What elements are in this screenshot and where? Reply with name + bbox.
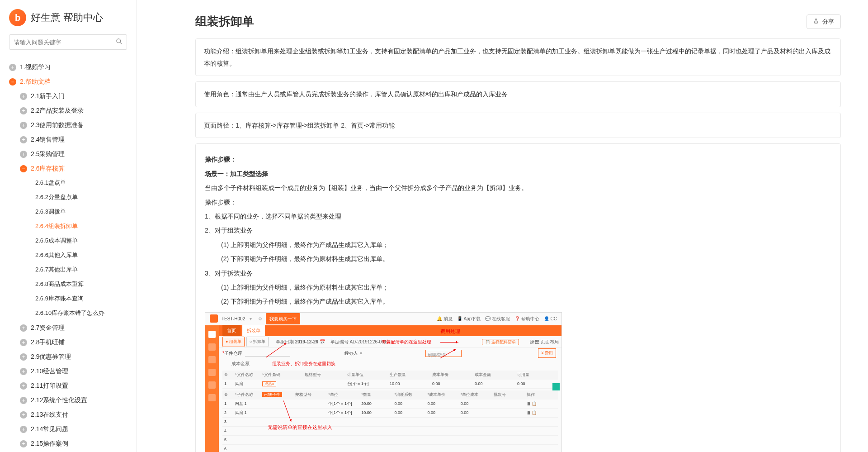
content-text: (2) 下部明细为子件明细，最终作为原材料生成其它出库单。 bbox=[205, 252, 831, 266]
search-icon[interactable] bbox=[116, 38, 123, 46]
content-block: 操作步骤： 场景一：加工类型选择 当由多个子件材料组装成一个成品的业务为【组装】… bbox=[195, 143, 841, 452]
plus-icon: + bbox=[20, 122, 27, 129]
plus-icon: + bbox=[20, 107, 27, 114]
ss-annotation: 组装业务、拆卸业务在这里切换 bbox=[272, 359, 335, 368]
content-text: 1、根据不同的业务，选择不同单据的类型来处理 bbox=[205, 210, 831, 223]
nav-2-6-2[interactable]: 2.6.2分量盘点单 bbox=[9, 190, 127, 205]
nav-2-3[interactable]: +2.3使用前数据准备 bbox=[9, 118, 127, 132]
plus-icon: + bbox=[20, 368, 27, 375]
plus-icon: + bbox=[20, 136, 27, 143]
nav-2-5[interactable]: +2.5采购管理 bbox=[9, 147, 127, 161]
ss-tab-doc: 拆装单 bbox=[242, 325, 265, 336]
minus-icon: − bbox=[20, 165, 27, 172]
scene-heading: 场景一：加工类型选择 bbox=[205, 170, 268, 177]
ss-test-label: TEST-H002 bbox=[222, 314, 245, 324]
nav-2-8[interactable]: +2.8手机旺铺 bbox=[9, 335, 127, 349]
nav-2-9[interactable]: +2.9优惠券管理 bbox=[9, 349, 127, 364]
svg-point-0 bbox=[117, 39, 121, 43]
svg-line-1 bbox=[120, 42, 122, 44]
share-button[interactable]: 分享 bbox=[807, 14, 841, 29]
sidebar: b 好生意 帮助中心 +1.视频学习 −2.帮助文档 +2.1新手入门 +2.2… bbox=[0, 0, 137, 452]
nav-2-6-7[interactable]: 2.6.7其他出库单 bbox=[9, 262, 127, 277]
nav-2-6-1[interactable]: 2.6.1盘点单 bbox=[9, 176, 127, 190]
content-text: (1) 上部明细为父件明细，最终作为产成品生成其它入库单； bbox=[205, 238, 831, 252]
search-input[interactable] bbox=[9, 34, 127, 50]
page-title: 组装拆卸单 bbox=[195, 14, 254, 29]
nav-2-15[interactable]: +2.15操作案例 bbox=[9, 436, 127, 451]
ss-side-icon bbox=[208, 343, 216, 351]
nav-2-14[interactable]: +2.14常见问题 bbox=[9, 422, 127, 436]
search-box bbox=[9, 34, 127, 50]
plus-icon: + bbox=[20, 353, 27, 361]
plus-icon: + bbox=[20, 440, 27, 447]
nav-list: +1.视频学习 −2.帮助文档 +2.1新手入门 +2.2产品安装及登录 +2.… bbox=[9, 60, 127, 451]
nav-2-11[interactable]: +2.11打印设置 bbox=[9, 378, 127, 393]
site-title: 好生意 帮助中心 bbox=[31, 11, 103, 24]
path-panel: 页面路径：1、库存核算->库存管理->组装拆卸单 2、首页->常用功能 bbox=[195, 113, 841, 138]
nav-2-10[interactable]: +2.10经营管理 bbox=[9, 364, 127, 378]
role-panel: 使用角色：通常由生产人员或库管人员完成拆装业务的操作，库管人员确认原材料的出库和… bbox=[195, 81, 841, 107]
ss-side-icon bbox=[208, 356, 216, 363]
content-text: 3、对于拆装业务 bbox=[205, 267, 831, 280]
intro-panel: 功能介绍：组装拆卸单用来处理企业组装或拆卸等加工业务，支持有固定装配清单的产品加… bbox=[195, 38, 841, 76]
main-content: 组装拆卸单 分享 功能介绍：组装拆卸单用来处理企业组装或拆卸等加工业务，支持有固… bbox=[137, 0, 868, 452]
ss-home-icon bbox=[208, 331, 216, 338]
nav-2-6-3[interactable]: 2.6.3调拨单 bbox=[9, 205, 127, 219]
minus-icon: − bbox=[9, 78, 16, 86]
nav-2-6-5[interactable]: 2.6.5成本调整单 bbox=[9, 233, 127, 248]
ss-annotation: 费用处理 bbox=[440, 326, 460, 337]
nav-2-13[interactable]: +2.13在线支付 bbox=[9, 407, 127, 422]
nav-2-1[interactable]: +2.1新手入门 bbox=[9, 89, 127, 103]
nav-2-6-9[interactable]: 2.6.9库存账本查询 bbox=[9, 291, 127, 306]
nav-2-6-8[interactable]: 2.6.8商品成本重算 bbox=[9, 277, 127, 291]
ss-side-icon bbox=[208, 369, 216, 376]
content-text: 当由多个子件材料组装成一个成品的业务为【组装】业务，当由一个父件拆分成多个子产品… bbox=[205, 181, 831, 195]
nav-2-6-6[interactable]: 2.6.6其他入库单 bbox=[9, 248, 127, 262]
plus-icon: + bbox=[20, 93, 27, 100]
plus-icon: + bbox=[20, 324, 27, 332]
nav-2-6-4[interactable]: 2.6.4组装拆卸单 bbox=[9, 219, 127, 233]
nav-2-4[interactable]: +2.4销售管理 bbox=[9, 132, 127, 147]
ss-side-icon bbox=[208, 394, 216, 401]
content-text: 2、对于组装业务 bbox=[205, 224, 831, 237]
content-text: (1) 上部明细为父件明细，最终作为原材料生成其它出库单； bbox=[205, 281, 831, 294]
nav-2-6-10[interactable]: 2.6.10库存账本错了怎么办 bbox=[9, 306, 127, 320]
nav-docs[interactable]: −2.帮助文档 bbox=[9, 74, 127, 89]
embedded-screenshot: TEST-H002 ▾ ⚙ 我要购买一下 🔔 消息 📱 App下载 💬 在线客服… bbox=[205, 312, 562, 452]
ss-logo-icon bbox=[210, 314, 218, 323]
plus-icon: + bbox=[20, 397, 27, 404]
plus-icon: + bbox=[20, 151, 27, 158]
nav-video[interactable]: +1.视频学习 bbox=[9, 60, 127, 74]
logo-icon: b bbox=[9, 9, 26, 26]
nav-2-7[interactable]: +2.7资金管理 bbox=[9, 320, 127, 335]
nav-2-2[interactable]: +2.2产品安装及登录 bbox=[9, 103, 127, 118]
content-text: (2) 下部明细为子件明细，最终作为产成品生成其它入库单。 bbox=[205, 295, 831, 308]
plus-icon: + bbox=[20, 426, 27, 433]
ss-expand-icon bbox=[552, 383, 560, 390]
ss-annotation: 无需说清单的直接在这里录入 bbox=[268, 422, 332, 433]
logo-row: b 好生意 帮助中心 bbox=[9, 9, 127, 26]
plus-icon: + bbox=[20, 411, 27, 419]
ss-buy-button: 我要购买一下 bbox=[266, 313, 300, 324]
nav-2-6[interactable]: −2.6库存核算 bbox=[9, 161, 127, 176]
content-text: 操作步骤： bbox=[205, 196, 831, 209]
ss-side-icon bbox=[208, 381, 216, 389]
steps-heading: 操作步骤： bbox=[205, 156, 236, 163]
plus-icon: + bbox=[20, 339, 27, 346]
nav-2-12[interactable]: +2.12系统个性化设置 bbox=[9, 393, 127, 407]
share-icon bbox=[813, 18, 821, 25]
ss-annotation: 有装配清单的在这里处理 bbox=[382, 337, 431, 347]
plus-icon: + bbox=[9, 64, 16, 71]
ss-tab-home: 首页 bbox=[222, 325, 241, 336]
plus-icon: + bbox=[20, 382, 27, 390]
